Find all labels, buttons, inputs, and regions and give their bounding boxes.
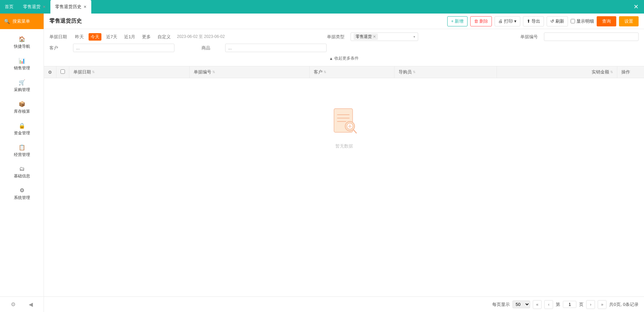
sidebar-item-system-mgmt[interactable]: ⚙ 系统管理 — [0, 183, 44, 205]
date-sort-icon[interactable]: ⇅ — [92, 71, 95, 73]
gear-icon: ⚙ — [20, 187, 24, 194]
tab-retail-return-history[interactable]: 零售退货历史 ✕ — [50, 0, 91, 14]
bill-type-select[interactable]: 零售退货 ✕ ▾ — [351, 32, 418, 41]
collapse-icon: ▲ — [329, 56, 333, 61]
goods-input[interactable] — [225, 44, 327, 52]
today-btn[interactable]: 今天 — [89, 33, 101, 41]
th-customer: 客户 ⇅ — [310, 66, 395, 78]
sidebar-item-purchase-mgmt-label: 采购管理 — [14, 87, 30, 93]
sidebar-search-label: 搜索菜单 — [13, 18, 30, 24]
collapse-sidebar-icon[interactable]: ◀ — [29, 301, 33, 308]
page-unit: 页 — [579, 302, 583, 308]
last7-btn[interactable]: 近7天 — [104, 33, 119, 41]
bill-no-input[interactable] — [544, 32, 639, 41]
date-filter-label: 单据日期 — [49, 34, 73, 40]
display-detail-checkbox[interactable] — [571, 19, 575, 23]
customer-sort-icon[interactable]: ⇅ — [324, 71, 326, 73]
setting-button[interactable]: 设置 — [619, 16, 639, 26]
sidebar-item-quick-nav-label: 快捷导航 — [14, 44, 30, 49]
refresh-button[interactable]: ↺ 刷新 — [547, 16, 568, 26]
filter-row-1: 单据日期 昨天 今天 近7天 近1月 更多 自定义 2023-06-02 至 2… — [49, 32, 639, 41]
current-page-input[interactable] — [563, 301, 576, 308]
bill-type-filter-label: 单据类型 — [327, 34, 351, 40]
amount-sort-icon[interactable]: ⇅ — [610, 71, 613, 73]
sidebar-search[interactable]: 🔍 搜索菜单 — [0, 14, 44, 29]
th-guide: 导购员 ⇅ — [394, 66, 497, 78]
last1month-btn[interactable]: 近1月 — [122, 33, 137, 41]
sidebar-item-basic-info[interactable]: 🗂 基础信息 — [0, 162, 44, 183]
print-button[interactable]: 🖨 打印 ▾ — [495, 16, 520, 26]
box-icon: 📦 — [19, 101, 25, 107]
sidebar-item-inventory-label: 库存核算 — [14, 109, 30, 114]
tab-home[interactable]: 首页 — [0, 0, 18, 14]
svg-line-6 — [353, 130, 356, 133]
toolbar: + 新增 🗑 删除 🖨 打印 ▾ ⬆ 导出 ↺ 刷新 显示明细 查询 设置 — [447, 16, 639, 26]
sidebar-item-basic-info-label: 基础信息 — [14, 173, 30, 179]
new-button[interactable]: + 新增 — [447, 16, 467, 26]
goods-filter-label: 商品 — [201, 45, 225, 51]
bill-type-tag: 零售退货 ✕ — [354, 34, 378, 40]
sidebar-item-finance-mgmt-label: 资金管理 — [14, 130, 30, 136]
sidebar: 🔍 搜索菜单 🏠 快捷导航 📊 销售管理 🛒 采购管理 📦 库存核算 🔒 — [0, 14, 44, 312]
table-header-row: ⚙ 单据日期 ⇅ 单据编号 — [44, 66, 644, 78]
tab-retail-return[interactable]: 零售退货 ✕ — [18, 0, 50, 14]
empty-cell: 暂无数据 — [44, 78, 644, 177]
select-all-checkbox[interactable] — [61, 69, 65, 74]
table-body: 暂无数据 — [44, 78, 644, 177]
yesterday-btn[interactable]: 昨天 — [73, 33, 86, 41]
bill-no-filter-label: 单据编号 — [520, 34, 544, 40]
prev-page-button[interactable]: ‹ — [544, 300, 553, 309]
total-info: 共0页, 0条记录 — [609, 302, 639, 308]
customer-input[interactable] — [73, 44, 174, 52]
page-header: 零售退货历史 + 新增 🗑 删除 🖨 打印 ▾ ⬆ 导出 ↺ 刷新 显示明细 查… — [44, 14, 644, 29]
bill-type-tag-close[interactable]: ✕ — [373, 35, 376, 39]
top-bar: 首页 零售退货 ✕ 零售退货历史 ✕ ✕ — [0, 0, 644, 14]
tab-retail-return-history-close[interactable]: ✕ — [84, 5, 87, 9]
customer-filter-label: 客户 — [49, 45, 73, 51]
delete-button[interactable]: 🗑 删除 — [470, 16, 492, 26]
th-amount: 实销金额 ⇅ — [497, 66, 617, 78]
custom-btn[interactable]: 自定义 — [156, 33, 173, 41]
settings-icon[interactable]: ⚙ — [48, 70, 52, 75]
display-detail-toggle[interactable]: 显示明细 — [571, 18, 594, 24]
collapse-filter-button[interactable]: ▲ 收起更多条件 — [329, 54, 359, 63]
th-bill-no: 单据编号 ⇅ — [189, 66, 310, 78]
last-page-button[interactable]: » — [598, 300, 606, 309]
guide-sort-icon[interactable]: ⇅ — [413, 71, 415, 73]
page-size-select[interactable]: 50 10 20 100 — [512, 300, 530, 308]
query-button[interactable]: 查询 — [597, 16, 616, 26]
settings-icon[interactable]: ⚙ — [11, 301, 16, 308]
sidebar-item-sales-mgmt[interactable]: 📊 销售管理 — [0, 53, 44, 75]
cart-icon: 🛒 — [19, 79, 25, 86]
data-table: ⚙ 单据日期 ⇅ 单据编号 — [44, 66, 644, 176]
window-close-button[interactable]: ✕ — [634, 4, 639, 10]
filter-row-2: 客户 商品 — [49, 44, 639, 52]
sidebar-footer: ⚙ ◀ — [0, 296, 44, 312]
sidebar-item-inventory[interactable]: 📦 库存核算 — [0, 97, 44, 118]
date-range-display: 2023-06-02 至 2023-06-02 — [177, 34, 224, 40]
sidebar-item-purchase-mgmt[interactable]: 🛒 采购管理 — [0, 75, 44, 97]
first-page-button[interactable]: « — [533, 300, 542, 309]
top-bar-right: ✕ — [634, 4, 644, 10]
export-button[interactable]: ⬆ 导出 — [523, 16, 544, 26]
bill-no-sort-icon[interactable]: ⇅ — [212, 71, 215, 73]
page-title: 零售退货历史 — [49, 18, 82, 25]
sidebar-item-finance-mgmt[interactable]: 🔒 资金管理 — [0, 118, 44, 140]
th-settings[interactable]: ⚙ — [44, 66, 56, 78]
print-dropdown-icon[interactable]: ▾ — [514, 19, 517, 24]
next-page-button[interactable]: › — [586, 300, 595, 309]
sidebar-item-quick-nav[interactable]: 🏠 快捷导航 — [0, 32, 44, 53]
more-btn[interactable]: 更多 — [140, 33, 153, 41]
pagination-bar: 每页显示 50 10 20 100 « ‹ 第 页 › » 共0页, 0条记录 — [44, 296, 644, 312]
sidebar-item-business-mgmt[interactable]: 📋 经营管理 — [0, 140, 44, 162]
search-icon: 🔍 — [4, 19, 10, 24]
folder-icon: 🗂 — [19, 166, 25, 172]
bill-type-dropdown-icon[interactable]: ▾ — [413, 35, 415, 39]
lock-icon: 🔒 — [19, 122, 25, 129]
th-checkbox[interactable] — [56, 66, 69, 78]
tab-retail-return-close[interactable]: ✕ — [43, 5, 46, 9]
filter-area: 单据日期 昨天 今天 近7天 近1月 更多 自定义 2023-06-02 至 2… — [44, 29, 644, 66]
date-filter-buttons: 昨天 今天 近7天 近1月 更多 自定义 2023-06-02 至 2023-0… — [73, 33, 225, 41]
main-layout: 🔍 搜索菜单 🏠 快捷导航 📊 销售管理 🛒 采购管理 📦 库存核算 🔒 — [0, 14, 644, 312]
sidebar-item-sales-mgmt-label: 销售管理 — [14, 65, 30, 71]
